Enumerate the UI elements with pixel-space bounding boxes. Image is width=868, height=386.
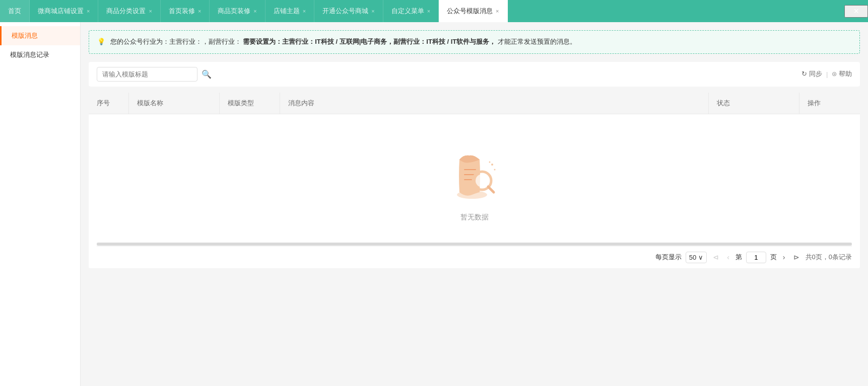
topbar: 首页微商城店铺设置×商品分类设置×首页装修×商品页装修×店铺主题×开通公众号商城… [0, 0, 868, 22]
page-label-prefix: 第 [736, 253, 742, 262]
col-header-status: 状态 [709, 93, 799, 114]
search-input[interactable] [97, 67, 197, 82]
notice-highlight: 需要设置为：主营行业：IT科技 / 互联网|电子商务，副营行业：IT科技 / I… [243, 38, 496, 45]
scrollbar-track[interactable] [97, 243, 852, 246]
total-info: 共0页，0条记录 [806, 253, 852, 262]
col-header-name: 模版名称 [129, 93, 220, 114]
tab-close-icon[interactable]: × [198, 8, 201, 14]
col-header-content: 消息内容 [280, 93, 709, 114]
notice-prefix: 您的公众号行业为：主营行业：，副营行业： [110, 38, 241, 45]
col-header-type: 模版类型 [220, 93, 280, 114]
page-label-suffix: 页 [770, 253, 777, 262]
topbar-tab-2[interactable]: 商品分类设置× [98, 0, 160, 22]
global-close-button[interactable]: × [844, 5, 868, 18]
search-bar: 🔍 ↻ 同步 | ⊙ 帮助 [89, 62, 860, 87]
notice-box: 💡 您的公众号行业为：主营行业：，副营行业： 需要设置为：主营行业：IT科技 /… [89, 30, 860, 54]
tab-close-icon[interactable]: × [253, 8, 256, 14]
table-header: 序号 模版名称 模版类型 消息内容 状态 操作 [89, 93, 860, 114]
first-page-button[interactable]: ⊲ [711, 252, 721, 262]
last-page-button[interactable]: ⊳ [791, 252, 802, 262]
pagination: 每页显示 50 ∨ ⊲ ‹ 第 页 › ⊳ 共0页，0条记录 [89, 247, 860, 268]
empty-illustration [444, 144, 505, 205]
topbar-tab-1[interactable]: 微商城店铺设置× [30, 0, 98, 22]
page-input[interactable] [746, 252, 766, 263]
notice-icon: 💡 [97, 38, 105, 45]
sync-button[interactable]: ↻ 同步 [802, 69, 822, 79]
tab-close-icon[interactable]: × [303, 8, 306, 14]
help-button[interactable]: ⊙ 帮助 [832, 69, 852, 79]
search-left: 🔍 [97, 67, 212, 82]
tab-close-icon[interactable]: × [371, 8, 374, 14]
per-page-select[interactable]: 50 ∨ [686, 252, 707, 263]
svg-point-9 [489, 161, 490, 163]
next-page-button[interactable]: › [781, 252, 787, 262]
svg-line-6 [488, 187, 494, 192]
col-header-action: 操作 [799, 93, 860, 114]
empty-state: 暂无数据 [89, 114, 860, 242]
tab-close-icon[interactable]: × [496, 8, 499, 14]
svg-point-5 [476, 174, 489, 187]
table-container: 序号 模版名称 模版类型 消息内容 状态 操作 [89, 93, 860, 268]
tab-close-icon[interactable]: × [87, 8, 90, 14]
per-page-label: 每页显示 [655, 253, 682, 262]
prev-page-button[interactable]: ‹ [725, 252, 731, 262]
main-layout: 模版消息模版消息记录 💡 您的公众号行业为：主营行业：，副营行业： 需要设置为：… [0, 22, 868, 386]
scrollbar-area[interactable] [97, 243, 852, 247]
divider: | [826, 70, 828, 78]
tab-close-icon[interactable]: × [427, 8, 430, 14]
topbar-tab-4[interactable]: 商品页装修× [210, 0, 265, 22]
sync-icon: ↻ [802, 70, 807, 78]
topbar-tab-7[interactable]: 自定义菜单× [383, 0, 439, 22]
sidebar-item-1[interactable]: 模版消息记录 [0, 45, 80, 64]
sidebar-item-0[interactable]: 模版消息 [0, 26, 80, 45]
chevron-down-icon: ∨ [698, 254, 703, 261]
svg-point-8 [494, 169, 495, 170]
tab-close-icon[interactable]: × [149, 8, 152, 14]
topbar-tab-6[interactable]: 开通公众号商城× [314, 0, 383, 22]
notice-suffix: 才能正常发送预置的消息。 [498, 38, 576, 45]
topbar-tab-8[interactable]: 公众号模版消息× [439, 0, 507, 22]
help-icon: ⊙ [832, 70, 837, 78]
topbar-tab-0[interactable]: 首页 [0, 0, 30, 22]
topbar-tab-5[interactable]: 店铺主题× [265, 0, 314, 22]
topbar-tab-3[interactable]: 首页装修× [161, 0, 210, 22]
svg-point-7 [491, 164, 493, 166]
content-area: 💡 您的公众号行业为：主营行业：，副营行业： 需要设置为：主营行业：IT科技 /… [81, 22, 868, 386]
col-header-index: 序号 [89, 93, 129, 114]
sidebar: 模版消息模版消息记录 [0, 22, 81, 386]
search-button[interactable]: 🔍 [202, 69, 212, 79]
search-right: ↻ 同步 | ⊙ 帮助 [802, 69, 852, 79]
empty-text: 暂无数据 [460, 213, 489, 222]
